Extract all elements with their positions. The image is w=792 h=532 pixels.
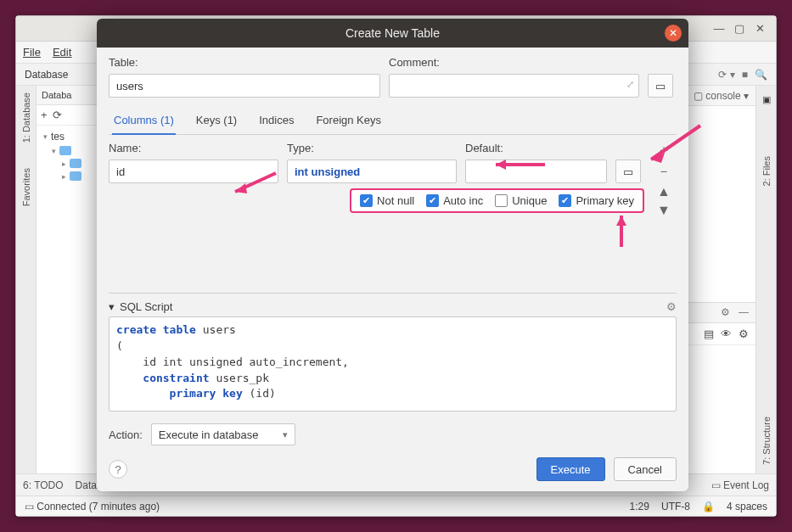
action-value: Execute in database	[159, 428, 259, 441]
event-log[interactable]: ▭ Event Log	[711, 479, 769, 491]
stop-icon[interactable]: ■	[742, 69, 748, 81]
add-datasource-icon[interactable]: +	[41, 109, 48, 121]
notnull-label: Not null	[377, 194, 414, 207]
col-type-label: Type:	[287, 142, 457, 154]
status-indent[interactable]: 4 spaces	[727, 501, 767, 512]
right-gutter: ▣ 2: Files 7: Structure	[755, 86, 776, 473]
column-type-input[interactable]	[287, 160, 457, 183]
autoinc-checkbox[interactable]: ✔ Auto inc	[426, 194, 483, 207]
tab-indices[interactable]: Indices	[257, 109, 295, 134]
comment-edit-button[interactable]: ▭	[648, 74, 673, 98]
tree-root[interactable]: ▾ tes	[38, 129, 105, 144]
cancel-button[interactable]: Cancel	[614, 457, 677, 481]
search-icon[interactable]: 🔍	[755, 69, 767, 81]
chevron-down-icon: ▾	[43, 132, 48, 141]
status-caret-pos: 1:29	[630, 501, 649, 512]
remove-column-button[interactable]: －	[654, 163, 673, 181]
table-label: Table:	[109, 56, 380, 69]
footer-todo[interactable]: 6: TODO	[23, 479, 64, 491]
column-flags: ✔ Not null ✔ Auto inc Unique ✔	[350, 188, 644, 213]
action-combo[interactable]: Execute in database	[151, 423, 295, 445]
action-row: Action: Execute in database	[109, 418, 677, 445]
status-encoding[interactable]: UTF-8	[661, 501, 690, 512]
unique-label: Unique	[512, 194, 547, 207]
column-default-input[interactable]	[465, 160, 607, 183]
tree-root-label: tes	[51, 131, 65, 143]
gear-icon[interactable]: ⚙	[721, 306, 730, 318]
close-icon[interactable]: ✕	[750, 20, 769, 38]
tab-columns[interactable]: Columns (1)	[112, 109, 176, 135]
create-table-dialog: Create New Table ✕ Table: Comment: ⤢ ▭ C…	[97, 19, 688, 491]
files-icon[interactable]: ▣	[762, 94, 771, 105]
move-down-button[interactable]: ▼	[654, 203, 673, 218]
console-dropdown[interactable]: ▢ console ▾	[694, 90, 749, 102]
move-up-button[interactable]: ▲	[654, 184, 673, 199]
dialog-titlebar: Create New Table ✕	[97, 19, 688, 48]
console-label: console	[705, 90, 740, 102]
left-gutter-favorites[interactable]: Favorites	[21, 168, 31, 206]
checkbox-icon: ✔	[360, 194, 373, 207]
action-label: Action:	[109, 428, 143, 441]
sql-preview[interactable]: create table users( id int unsigned auto…	[109, 316, 677, 412]
view-icon[interactable]: 👁	[721, 328, 732, 340]
status-connection: Connected (7 minutes ago)	[37, 501, 160, 512]
settings-icon[interactable]: ⚙	[739, 328, 749, 340]
default-edit-button[interactable]: ▭	[615, 160, 641, 183]
right-gutter-files[interactable]: 2: Files	[761, 156, 772, 186]
checkbox-icon: ✔	[426, 194, 439, 207]
tree-item[interactable]: ▾	[38, 144, 105, 157]
speech-icon: ▭	[623, 165, 633, 178]
menu-file[interactable]: File	[23, 46, 41, 59]
tab-foreign-keys[interactable]: Foreign Keys	[314, 109, 383, 134]
column-side-buttons: ＋ － ▲ ▼	[651, 142, 677, 286]
cancel-button-label: Cancel	[628, 463, 662, 476]
gear-icon[interactable]: ⚙	[666, 300, 677, 313]
menu-edit[interactable]: Edit	[53, 46, 71, 59]
folder-icon	[70, 159, 81, 168]
right-gutter-structure[interactable]: 7: Structure	[761, 417, 772, 465]
tree-item[interactable]: ▸	[38, 170, 105, 182]
sql-section: ▾ SQL Script ⚙ create table users( id in…	[109, 293, 677, 412]
sql-section-toggle[interactable]: ▾ SQL Script	[109, 300, 172, 313]
autoinc-label: Auto inc	[443, 194, 483, 207]
dialog-button-row: ? Execute Cancel	[109, 452, 677, 481]
hide-icon[interactable]: —	[739, 306, 749, 318]
tab-keys[interactable]: Keys (1)	[194, 109, 239, 134]
execute-button-label: Execute	[551, 463, 591, 476]
status-bar: ▭ Connected (7 minutes ago) 1:29 UTF-8 🔒…	[16, 496, 776, 516]
folder-icon	[59, 146, 71, 155]
chevron-down-icon: ▾	[109, 300, 115, 313]
notnull-checkbox[interactable]: ✔ Not null	[360, 194, 414, 207]
minimize-icon[interactable]: —	[710, 20, 728, 38]
column-name-input[interactable]	[109, 160, 278, 183]
primary-checkbox[interactable]: ✔ Primary key	[559, 194, 634, 207]
refresh-icon[interactable]: ⟳	[53, 109, 62, 121]
execute-button[interactable]: Execute	[536, 457, 605, 481]
tree-item[interactable]: ▸	[38, 157, 105, 170]
dialog-title: Create New Table	[345, 26, 440, 40]
event-log-label: Event Log	[723, 479, 769, 491]
comment-input[interactable]	[389, 74, 639, 98]
speech-icon: ▭	[655, 80, 666, 92]
maximize-icon[interactable]: ▢	[730, 20, 749, 38]
filter-icon[interactable]: ▤	[704, 328, 714, 340]
dialog-close-button[interactable]: ✕	[665, 25, 682, 42]
add-column-button[interactable]: ＋	[654, 142, 673, 160]
table-name-input[interactable]	[109, 74, 380, 98]
chevron-right-icon: ▸	[62, 160, 66, 168]
expand-icon[interactable]: ⤢	[626, 79, 634, 90]
unique-checkbox[interactable]: Unique	[495, 194, 547, 207]
col-default-label: Default:	[465, 142, 607, 154]
left-gutter: 1: Database Favorites	[16, 86, 37, 473]
checkbox-icon: ✔	[559, 194, 571, 207]
menu-edit-label: Edit	[53, 46, 71, 59]
left-gutter-database[interactable]: 1: Database	[21, 92, 31, 143]
col-name-label: Name:	[109, 142, 278, 154]
menu-file-label: File	[23, 46, 41, 59]
lock-icon[interactable]: 🔒	[702, 501, 715, 512]
sync-icon[interactable]: ⟳ ▾	[718, 69, 734, 81]
primary-label: Primary key	[576, 194, 634, 207]
folder-icon	[70, 171, 81, 181]
sql-section-label: SQL Script	[120, 300, 172, 313]
help-button[interactable]: ?	[109, 460, 127, 479]
